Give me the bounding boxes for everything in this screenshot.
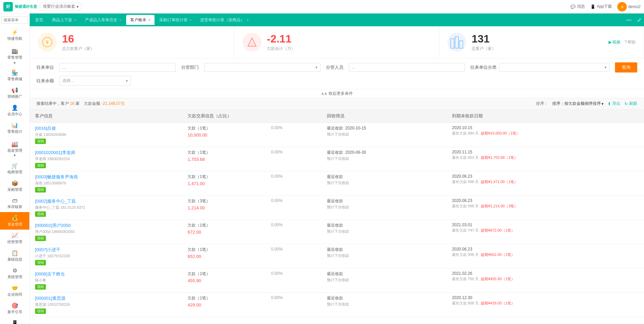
- balance-input[interactable]: 选择... ▾: [59, 76, 131, 86]
- filter-department: 分管部门 ▾: [181, 63, 320, 72]
- marketing-icon: 📢: [11, 87, 18, 93]
- enterprise-icon: 🤝: [11, 285, 18, 291]
- purchase-icon: 📦: [11, 180, 18, 186]
- cell-debt-percent-5: 0.00%: [266, 244, 321, 268]
- sidebar-item-ops[interactable]: 📈 经营管理: [0, 230, 29, 247]
- sidebar-item-base-info[interactable]: 📋 基础信息: [0, 247, 29, 265]
- debt-count-7: 欠款（1笔）: [188, 295, 260, 301]
- tab-purchase-stats-close[interactable]: ×: [247, 18, 249, 22]
- tab-purchase-stats[interactable]: 进货单统计表（按商品） ×: [196, 15, 253, 25]
- search-input[interactable]: [1, 16, 28, 24]
- tab-minimize-btn[interactable]: —: [625, 17, 633, 23]
- tab-production-history[interactable]: 产成品入库单历史 ×: [81, 15, 125, 25]
- tab-purchase-stats-label: 进货单统计表（按商品）: [200, 17, 245, 23]
- sidebar-item-member[interactable]: 👤 会员中心: [0, 102, 29, 119]
- tab-customer-account-close[interactable]: ×: [148, 18, 150, 22]
- export-btn[interactable]: ⬆ 导出: [608, 101, 620, 107]
- table-header-row: 客户信息 欠款交易信息（占比） 回收情况 到期未收款日期: [30, 110, 644, 123]
- sidebar-item-quick-nav[interactable]: ⚡ 快捷导航: [0, 26, 29, 44]
- manager-input[interactable]: ...: [349, 63, 465, 72]
- member-icon: 👤: [11, 105, 18, 111]
- quick-nav-label: 快捷导航: [7, 36, 22, 41]
- customer-name-3[interactable]: [0002]服务中心_丁磊: [35, 199, 76, 204]
- overdue-link-6[interactable]: 超期¥455.90（1笔）: [481, 276, 515, 282]
- retail-mgmt-icon: 🏬: [11, 48, 18, 54]
- overdue-link-2[interactable]: 超期¥1,471.00（1笔）: [481, 179, 518, 184]
- collection-date-1: 最近收款 2020-06-30: [327, 150, 441, 155]
- sys-mgmt-icon: ⚙: [12, 267, 17, 274]
- overdue-link-4[interactable]: 超期¥672.00（1笔）: [481, 228, 515, 233]
- user-profile-btn[interactable]: d demo2: [617, 2, 641, 11]
- sidebar-item-marketing[interactable]: 📢 营销推广: [0, 84, 29, 102]
- sidebar-item-retail-mgmt[interactable]: 🏬 零售管理 ▲: [0, 45, 29, 67]
- sidebar-item-ecommerce[interactable]: 🛒 电商管理: [0, 160, 29, 177]
- help-label: 帮助: [627, 39, 636, 45]
- tab-product-status-close[interactable]: ×: [74, 18, 76, 22]
- sidebar-item-inventory[interactable]: 🗃 库存核算: [0, 195, 29, 212]
- sidebar-item-enterprise[interactable]: 🤝 企业协同: [0, 282, 29, 300]
- sort-selector[interactable]: 排序：按欠款金额倒序排序 ▾: [552, 101, 604, 107]
- tab-purchase-order[interactable]: 采购订单统计表 ×: [155, 15, 196, 25]
- customer-name-2[interactable]: [0003]畅捷服务尹海燕: [35, 174, 78, 179]
- customer-name-5[interactable]: [0007]小进干: [35, 247, 60, 252]
- tab-product-status[interactable]: 商品上下架 ×: [48, 15, 80, 25]
- sidebar-item-batch-mgmt[interactable]: 🏭 批发管理 ▼: [0, 138, 29, 160]
- message-btn[interactable]: 💬 消息: [570, 4, 585, 9]
- tab-expand-btn[interactable]: ⤢: [636, 17, 643, 23]
- base-info-icon: 📋: [11, 250, 18, 256]
- video-icon: ▶: [609, 40, 612, 45]
- sidebar-item-new-guide[interactable]: 🎯 新手引导: [0, 300, 29, 317]
- svg-rect-6: [459, 41, 463, 48]
- table-body: [0016]吕俊 吕俊 13026203696 现销 欠款（1笔） 10,000…: [30, 123, 644, 317]
- customer-name-6[interactable]: [0006]去下粮仓: [35, 271, 65, 276]
- department-input[interactable]: ▾: [204, 63, 320, 72]
- cell-debt-info-5: 欠款（1笔） 652.00: [182, 244, 265, 268]
- supplier-unit-input[interactable]: ...: [59, 63, 176, 72]
- customer-name-1[interactable]: [0001020001]李老师: [35, 150, 75, 155]
- unit-category-input[interactable]: ▾: [499, 63, 610, 72]
- stat-help-area: ▶ 视频 ? 帮助: [609, 39, 636, 45]
- filter-supplier-unit: 往来单位 ...: [36, 63, 176, 72]
- sidebar-item-app-center[interactable]: 📱 应用中心: [0, 317, 29, 324]
- help-doc-btn[interactable]: ? 帮助: [624, 39, 636, 45]
- customer-contact-3: 服务中心_丁磊 181 0125 8371: [35, 205, 177, 210]
- video-label: 视频: [612, 39, 620, 45]
- sidebar-item-sys-mgmt[interactable]: ⚙ 系统管理: [0, 265, 29, 282]
- debt-amount-6: 455.90: [188, 278, 260, 283]
- batch-expand-icon: ▼: [13, 154, 16, 157]
- customer-name-7[interactable]: [000001]黄思源: [35, 296, 65, 301]
- sidebar-item-purchase[interactable]: 📦 采购管理: [0, 177, 29, 195]
- query-button[interactable]: 查询: [615, 62, 637, 72]
- stat-info-debt-amount: -2.11 欠款合计（万）: [267, 33, 431, 52]
- result-customer-count: 16: [70, 101, 74, 106]
- refresh-btn[interactable]: ↻ 刷新: [624, 101, 637, 107]
- cell-customer-info-3: [0002]服务中心_丁磊 服务中心_丁磊 181 0125 8371 现销: [30, 196, 182, 220]
- cell-customer-info-7: [000001]黄思源 黄思源 13552700226 现销: [30, 293, 182, 317]
- overdue-link-3[interactable]: 超期¥1,214.00（3笔）: [481, 204, 518, 209]
- tab-production-history-close[interactable]: ×: [119, 18, 121, 22]
- industry-selector[interactable]: 母婴行业演示账套 ▾: [40, 3, 82, 10]
- overdue-link-1[interactable]: 超期¥1,703.68（1笔）: [481, 155, 518, 160]
- debt-count-4: 欠款（1笔）: [188, 223, 260, 228]
- sidebar-item-retail-stats[interactable]: 📊 零售统计: [0, 119, 29, 137]
- header-right: 💬 消息 📱 App下载 d demo2: [570, 2, 641, 11]
- filter-collapse-btn[interactable]: ∧∧ 收起更多条件: [30, 89, 644, 98]
- cell-debt-info-1: 欠款（1笔） 1,703.68: [182, 147, 265, 171]
- new-guide-icon: 🎯: [11, 302, 18, 309]
- overdue-days-7: 最长欠款 808 天: [452, 301, 479, 306]
- customer-name-0[interactable]: [0016]吕俊: [35, 126, 56, 131]
- tab-home[interactable]: 首页: [31, 15, 47, 25]
- overdue-link-5[interactable]: 超期¥652.00（1笔）: [481, 252, 515, 257]
- app-download-btn[interactable]: 📱 App下载: [590, 4, 612, 9]
- overdue-link-7[interactable]: 超期¥429.00（1笔）: [481, 301, 515, 306]
- sidebar-item-finance[interactable]: 💰 资金管理: [0, 212, 29, 230]
- expand-icon: ▲: [13, 61, 16, 64]
- sidebar-item-retail-store[interactable]: 🏪 零售商城: [0, 67, 29, 84]
- overdue-link-0[interactable]: 超期¥10,000.00（1笔）: [481, 131, 520, 136]
- tab-customer-account[interactable]: 客户账本 ×: [126, 15, 155, 25]
- help-video-btn[interactable]: ▶ 视频: [609, 39, 620, 45]
- customer-name-4[interactable]: [000002]用户2050: [35, 223, 71, 228]
- message-label: 消息: [577, 4, 585, 9]
- tab-production-history-label: 产成品入库单历史: [85, 17, 117, 23]
- tab-purchase-order-close[interactable]: ×: [190, 18, 192, 22]
